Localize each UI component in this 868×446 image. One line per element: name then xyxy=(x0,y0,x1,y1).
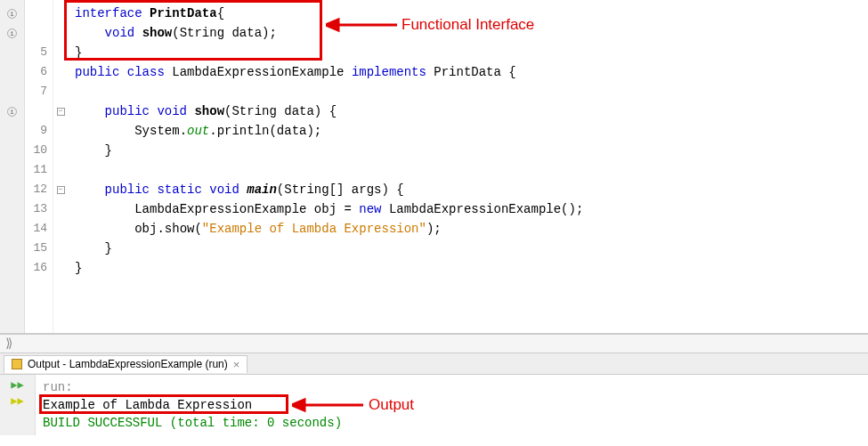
hint-icon[interactable]: i xyxy=(7,107,17,117)
code-line: } xyxy=(75,141,868,160)
annotation-box-output xyxy=(39,394,288,414)
output-tab[interactable]: Output - LambdaExpressionExample (run) × xyxy=(4,355,247,373)
arrow-icon xyxy=(292,396,363,414)
line-numbers: 5 6 7 9 10 11 12 13 14 15 16 xyxy=(25,0,53,333)
breadcrumb-chevron-icon: ⟫ xyxy=(5,337,12,351)
rerun-button[interactable]: ▶▶ xyxy=(0,394,35,410)
output-line: BUILD SUCCESSFUL (total time: 0 seconds) xyxy=(43,414,861,432)
code-line: LambdaExpressionExample obj = new Lambda… xyxy=(75,199,868,219)
output-icon xyxy=(12,359,22,369)
fold-toggle[interactable]: − xyxy=(57,108,65,116)
arrow-icon xyxy=(326,16,397,34)
svg-marker-3 xyxy=(292,400,304,410)
close-icon[interactable]: × xyxy=(233,358,240,371)
svg-marker-1 xyxy=(326,20,338,30)
stop-button[interactable] xyxy=(0,410,35,426)
output-tab-bar: Output - LambdaExpressionExample (run) × xyxy=(0,353,868,375)
code-content[interactable]: interface PrintData{ void show(String da… xyxy=(68,0,868,333)
code-line: System.out.println(data); xyxy=(75,121,868,141)
output-console[interactable]: run: Example of Lambda Expression BUILD … xyxy=(36,375,868,435)
marker-gutter: i i i xyxy=(0,0,25,333)
output-toolbar: ▶▶ ▶▶ xyxy=(0,375,36,435)
code-line: public void show(String data) { xyxy=(75,101,868,121)
code-line xyxy=(75,82,868,101)
code-line: obj.show("Example of Lambda Expression")… xyxy=(75,219,868,239)
run-button[interactable]: ▶▶ xyxy=(0,378,35,394)
hint-icon[interactable]: i xyxy=(7,9,17,19)
code-line xyxy=(75,160,868,180)
annotation-label: Output xyxy=(369,396,414,414)
code-line: } xyxy=(75,258,868,278)
code-line: } xyxy=(75,239,868,258)
output-tab-label: Output - LambdaExpressionExample (run) xyxy=(28,358,228,370)
hint-icon[interactable]: i xyxy=(7,28,17,38)
code-line: public class LambdaExpressionExample imp… xyxy=(75,62,868,82)
annotation-label: Functional Interface xyxy=(402,16,534,34)
fold-toggle[interactable]: − xyxy=(57,186,65,194)
output-line: run: xyxy=(43,378,861,396)
breadcrumb[interactable]: ⟫ xyxy=(0,334,868,353)
output-panel: Output - LambdaExpressionExample (run) ×… xyxy=(0,353,868,435)
code-line: public static void main(String[] args) { xyxy=(75,180,868,199)
code-editor[interactable]: i i i 5 6 7 9 10 11 12 13 14 15 16 − xyxy=(0,0,868,334)
annotation-box-interface xyxy=(64,0,322,61)
